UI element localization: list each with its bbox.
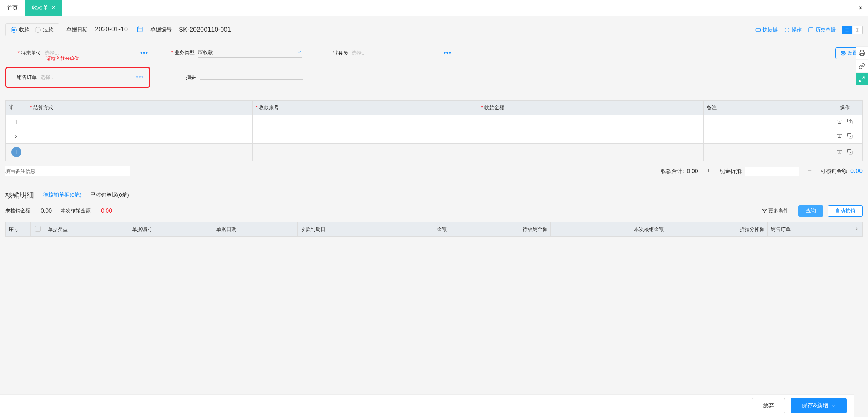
- printer-icon: [859, 50, 865, 56]
- writeoff-title: 核销明细: [5, 190, 34, 200]
- order-input[interactable]: 选择... •••: [40, 72, 144, 83]
- col-date[interactable]: 单据日期: [213, 222, 298, 237]
- col-remark: 备注: [704, 101, 827, 115]
- delete-icon[interactable]: [837, 120, 842, 125]
- save-button[interactable]: 保存&新增: [791, 398, 847, 413]
- unit-label: *往来单位: [5, 50, 41, 56]
- expand-icon: [859, 76, 865, 82]
- side-toolbar: [856, 46, 868, 85]
- col-settle: *结算方式: [27, 101, 253, 115]
- more-icon[interactable]: •••: [444, 49, 451, 57]
- svg-rect-4: [756, 29, 760, 31]
- tab-receipt-label: 收款单: [32, 5, 48, 11]
- close-all-icon[interactable]: ×: [858, 4, 863, 12]
- svg-point-22: [842, 52, 844, 54]
- more-icon[interactable]: •••: [140, 49, 148, 57]
- col-type[interactable]: 单据类型: [45, 222, 129, 237]
- copy-icon[interactable]: [847, 150, 853, 156]
- radio-refund[interactable]: 退款: [35, 26, 54, 33]
- radio-receive-label: 收款: [19, 26, 30, 33]
- copy-icon[interactable]: [847, 120, 853, 125]
- biztype-select[interactable]: 应收款: [198, 47, 302, 58]
- col-sort[interactable]: [852, 222, 863, 237]
- payment-table: *结算方式 *收款账号 *收款金额 备注 操作 1 2: [5, 100, 863, 161]
- svg-point-7: [785, 28, 786, 29]
- radio-unchecked-icon: [35, 27, 41, 33]
- svg-line-38: [859, 80, 861, 81]
- more-conditions-button[interactable]: 更多条件: [762, 208, 794, 214]
- delete-icon[interactable]: [837, 134, 842, 140]
- svg-marker-33: [762, 209, 767, 213]
- col-amount[interactable]: 金额: [398, 222, 450, 237]
- svg-rect-36: [860, 53, 863, 55]
- view-mode-list[interactable]: [842, 26, 852, 34]
- col-gear[interactable]: [6, 101, 27, 115]
- more-icon[interactable]: •••: [136, 74, 144, 81]
- history-button[interactable]: 历史单据: [808, 27, 836, 33]
- tab-receipt[interactable]: 收款单 ×: [25, 0, 62, 16]
- side-expand-button[interactable]: [856, 73, 868, 85]
- add-row: +: [6, 144, 863, 161]
- biztype-label: *业务类型: [159, 50, 195, 56]
- col-order[interactable]: 销售订单: [767, 222, 852, 237]
- radio-refund-label: 退款: [43, 26, 54, 33]
- col-checkbox[interactable]: [31, 222, 45, 237]
- date-label: 单据日期: [66, 26, 88, 33]
- side-link-button[interactable]: [856, 60, 868, 72]
- shortcut-button[interactable]: 快捷键: [755, 27, 778, 33]
- date-value[interactable]: 2020-01-10: [95, 26, 128, 34]
- svg-rect-0: [137, 27, 142, 32]
- discount-input[interactable]: [745, 167, 799, 176]
- view-mode-detail[interactable]: [853, 26, 863, 34]
- no-value: SK-20200110-001: [179, 26, 231, 34]
- add-row-button[interactable]: +: [11, 147, 21, 157]
- col-seq: 序号: [6, 222, 31, 237]
- tab-done[interactable]: 已核销单据(0笔): [90, 192, 129, 199]
- tab-pending[interactable]: 待核销单据(0笔): [43, 192, 81, 199]
- equals-sign: =: [808, 167, 812, 175]
- summary-row: 收款合计: 0.00 + 现金折扣: = 可核销金额 0.00: [5, 161, 863, 181]
- this-amt-value: 0.00: [101, 208, 112, 214]
- chevron-down-icon: [831, 404, 836, 408]
- col-no[interactable]: 单据编号: [129, 222, 213, 237]
- col-due[interactable]: 收款到期日: [298, 222, 398, 237]
- close-icon[interactable]: ×: [52, 5, 55, 11]
- writeoff-bar: 未核销金额: 0.00 本次核销金额: 0.00 更多条件 查询 自动核销: [5, 200, 863, 222]
- svg-line-37: [862, 77, 864, 79]
- operate-button[interactable]: 操作: [784, 27, 802, 33]
- checkbox-icon[interactable]: [35, 226, 41, 232]
- writeoff-amt-value: 0.00: [850, 167, 863, 175]
- chevron-down-icon: [790, 209, 794, 213]
- radio-receive[interactable]: 收款: [11, 26, 30, 33]
- side-print-button[interactable]: [856, 46, 868, 59]
- auto-writeoff-button[interactable]: 自动核销: [828, 205, 863, 217]
- grid-icon: [784, 27, 790, 33]
- svg-marker-35: [856, 229, 858, 230]
- remark-input[interactable]: [5, 166, 130, 176]
- copy-icon[interactable]: [847, 134, 853, 140]
- query-button[interactable]: 查询: [798, 205, 823, 217]
- calendar-icon[interactable]: [137, 26, 143, 34]
- radio-checked-icon: [11, 27, 17, 33]
- pending-amt-value: 0.00: [41, 208, 52, 214]
- col-pending[interactable]: 待核销金额: [450, 222, 550, 237]
- link-icon: [859, 63, 865, 69]
- delete-icon[interactable]: [837, 150, 842, 156]
- footer: 放弃 保存&新增: [0, 394, 854, 417]
- gear-icon: [841, 51, 846, 56]
- tabs-bar: 首页 收款单 × ×: [0, 0, 868, 16]
- total-value: 0.00: [687, 168, 698, 175]
- col-amount: *收款金额: [478, 101, 704, 115]
- plus-sign: +: [707, 167, 711, 175]
- cancel-button[interactable]: 放弃: [752, 398, 785, 413]
- svg-marker-34: [856, 227, 858, 228]
- tab-home[interactable]: 首页: [0, 0, 25, 16]
- table-row[interactable]: 2: [6, 129, 863, 144]
- svg-point-10: [788, 31, 789, 32]
- no-label: 单据编号: [150, 26, 172, 33]
- col-this[interactable]: 本次核销金额: [550, 222, 667, 237]
- col-share[interactable]: 折扣分摊额: [667, 222, 767, 237]
- summary-input[interactable]: [200, 76, 303, 80]
- clerk-input[interactable]: 选择... •••: [352, 47, 451, 59]
- table-row[interactable]: 1: [6, 115, 863, 129]
